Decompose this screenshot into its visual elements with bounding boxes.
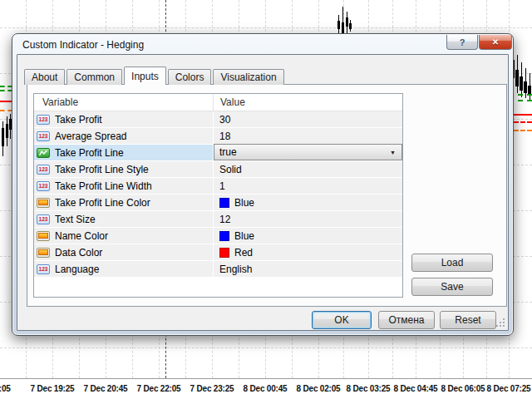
numeric-type-icon: 123: [37, 264, 50, 274]
time-axis-label: 8 Dec 07:25: [487, 384, 531, 393]
level-line: [0, 86, 12, 87]
close-button[interactable]: ✕: [479, 35, 512, 50]
candle-body: [515, 70, 519, 86]
dialog-body: AboutCommonInputsColorsVisualization Var…: [17, 54, 509, 331]
table-row-take-profit-line-width[interactable]: 123Take Profit Line Width1: [34, 178, 402, 195]
value-cell[interactable]: Solid: [214, 161, 402, 177]
value-text: 18: [219, 131, 230, 142]
table-header: Variable Value: [34, 94, 402, 111]
value-text: 12: [219, 214, 230, 225]
table-row-take-profit-line-color[interactable]: Take Profit Line ColorBlue: [34, 195, 402, 211]
table-row-data-color[interactable]: Data ColorRed: [34, 244, 402, 261]
title-bar[interactable]: Custom Indicator - Hedging: [14, 36, 511, 54]
tab-common[interactable]: Common: [66, 69, 122, 85]
variable-name: Text Size: [55, 214, 96, 225]
dropdown-value: true: [219, 146, 237, 158]
candle-body: [349, 23, 352, 29]
level-line: [0, 90, 12, 91]
candle-body: [342, 22, 344, 34]
candle-body: [6, 124, 8, 138]
grid-hline: [0, 27, 532, 28]
value-cell[interactable]: Blue: [214, 195, 402, 210]
value-cell[interactable]: English: [214, 261, 402, 277]
variable-cell: Take Profit Line: [34, 145, 214, 160]
color-swatch: [219, 198, 229, 208]
time-axis-label: 8 Dec 04:45: [394, 384, 438, 393]
numeric-type-icon: 123: [37, 115, 50, 125]
save-button[interactable]: Save: [411, 278, 493, 296]
chevron-down-icon: ▼: [390, 150, 396, 155]
value-dropdown[interactable]: true▼: [214, 144, 402, 160]
variable-name: Take Profit Line Style: [55, 164, 149, 175]
variable-name: Take Profit Line: [55, 147, 124, 159]
value-cell[interactable]: 12: [214, 211, 402, 227]
time-axis-label: 8 Dec 06:05: [441, 384, 485, 393]
ok-button[interactable]: OK: [312, 311, 372, 329]
line-type-icon: [37, 148, 50, 158]
inputs-tab-page: Variable Value 123Take Profit30123Averag…: [27, 84, 507, 307]
table-row-take-profit-line-style[interactable]: 123Take Profit Line StyleSolid: [34, 161, 402, 178]
candle-body: [520, 76, 523, 91]
variable-cell: 123Take Profit: [34, 111, 214, 127]
time-axis-label: 7 Dec 19:25: [31, 384, 75, 393]
tab-visualization[interactable]: Visualization: [213, 69, 283, 85]
table-row-name-color[interactable]: Name ColorBlue: [34, 228, 402, 244]
table-row-language[interactable]: 123LanguageEnglish: [34, 261, 402, 278]
value-cell[interactable]: true▼: [214, 145, 402, 160]
table-row-text-size[interactable]: 123Text Size12: [34, 211, 402, 228]
candle-body: [2, 128, 4, 146]
level-line: [0, 110, 12, 111]
resize-grip-icon[interactable]: [503, 325, 505, 327]
value-cell[interactable]: 1: [214, 178, 402, 194]
variable-cell: 123Take Profit Line Width: [34, 178, 214, 194]
variable-name: Average Spread: [55, 131, 127, 142]
color-type-icon: [37, 231, 50, 241]
candle-body: [346, 17, 348, 27]
tab-inputs[interactable]: Inputs: [124, 66, 166, 85]
variable-cell: 123Text Size: [34, 211, 214, 227]
value-cell[interactable]: Red: [214, 244, 402, 260]
tab-about[interactable]: About: [24, 69, 65, 85]
help-icon: ?: [460, 37, 466, 47]
cancel-button[interactable]: Отмена: [378, 311, 435, 329]
variable-cell: Data Color: [34, 244, 214, 260]
column-header-variable: Variable: [34, 94, 214, 111]
variable-name: Take Profit: [55, 114, 102, 126]
variable-name: Name Color: [55, 230, 108, 242]
numeric-type-icon: 123: [37, 214, 50, 224]
table-row-take-profit-line[interactable]: Take Profit Linetrue▼: [34, 145, 402, 161]
tab-strip: AboutCommonInputsColorsVisualization: [24, 66, 286, 85]
candle-body: [524, 81, 527, 93]
color-swatch: [219, 231, 229, 241]
table-row-average-spread[interactable]: 123Average Spread18: [34, 128, 402, 145]
value-text: Blue: [234, 230, 254, 242]
close-icon: ✕: [492, 37, 499, 47]
table-row-take-profit[interactable]: 123Take Profit30: [34, 111, 402, 128]
time-axis-label: 7 Dec 23:25: [190, 384, 234, 393]
grid-hline: [0, 347, 532, 348]
mt-chart-window: 8:057 Dec 19:257 Dec 20:457 Dec 22:057 D…: [0, 0, 532, 399]
value-cell[interactable]: Blue: [214, 228, 402, 244]
value-cell[interactable]: 18: [214, 128, 402, 144]
value-text: 30: [219, 114, 230, 126]
value-text: English: [219, 264, 252, 275]
variable-cell: 123Average Spread: [34, 128, 214, 144]
value-cell[interactable]: 30: [214, 111, 402, 127]
variable-cell: 123Take Profit Line Style: [34, 161, 214, 177]
value-text: Red: [234, 247, 253, 259]
reset-button[interactable]: Reset: [440, 311, 496, 329]
color-type-icon: [37, 248, 50, 258]
time-axis-label: 8:05: [0, 384, 11, 393]
time-axis: 8:057 Dec 19:257 Dec 20:457 Dec 22:057 D…: [0, 379, 532, 399]
numeric-type-icon: 123: [37, 181, 50, 191]
variable-cell: 123Language: [34, 261, 214, 277]
numeric-type-icon: 123: [37, 165, 50, 175]
load-button[interactable]: Load: [411, 254, 493, 272]
variable-name: Take Profit Line Color: [55, 197, 150, 209]
time-axis-label: 8 Dec 00:45: [244, 384, 288, 393]
tab-colors[interactable]: Colors: [168, 69, 212, 85]
column-header-value: Value: [214, 96, 402, 108]
help-button[interactable]: ?: [446, 35, 478, 50]
variable-name: Language: [55, 264, 99, 275]
dialog-title: Custom Indicator - Hedging: [22, 39, 144, 51]
